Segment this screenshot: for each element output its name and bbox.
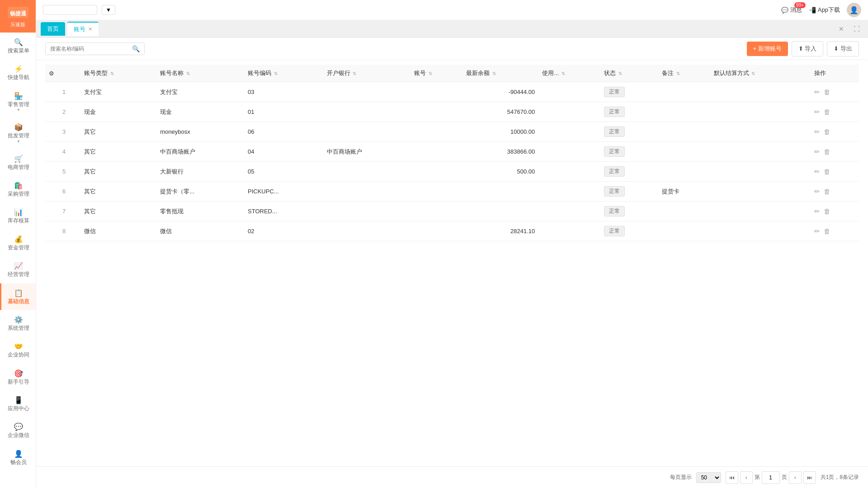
app-download-button[interactable]: 📲 App下载 <box>809 6 840 14</box>
sidebar-item-label: 批发管理 <box>8 132 29 139</box>
cell-account-type: 微信 <box>80 221 156 241</box>
search-icon[interactable]: 🔍 <box>132 45 140 52</box>
cell-account-type: 支付宝 <box>80 82 156 102</box>
tab-home[interactable]: 首页 <box>41 22 65 36</box>
sidebar-item-purchase-mgmt[interactable]: 🛍️ 采购管理 <box>0 176 36 202</box>
sidebar-item-operations-mgmt[interactable]: 📈 经营管理 <box>0 256 36 283</box>
header-search-box[interactable] <box>43 5 97 15</box>
sidebar-item-quick-nav[interactable]: ⚡ 快捷导航 <box>0 59 36 86</box>
header-search-input[interactable] <box>47 7 88 13</box>
add-account-button[interactable]: + 新增账号 <box>747 42 788 56</box>
cell-gear <box>45 162 59 182</box>
delete-button[interactable]: 🗑 <box>824 88 830 96</box>
cell-latest-balance: 547670.00 <box>462 102 538 122</box>
sidebar-item-wholesale-mgmt[interactable]: 📦 批发管理 ▼ <box>0 117 36 149</box>
sidebar-nav: 🔍 搜索菜单 ⚡ 快捷导航 🏪 零售管理 ▼ 📦 批发管理 ▼ 🛒 电商管理 🛍… <box>0 33 36 488</box>
sidebar-item-ecommerce-mgmt[interactable]: 🛒 电商管理 <box>0 149 36 176</box>
sidebar-item-app-center[interactable]: 📱 应用中心 <box>0 390 36 417</box>
sidebar-item-retail-mgmt[interactable]: 🏪 零售管理 ▼ <box>0 86 36 117</box>
cell-usage <box>538 221 600 241</box>
sidebar-item-label: 应用中心 <box>8 405 29 412</box>
status-badge: 正常 <box>604 206 625 216</box>
import-button[interactable]: ⬆ 导入 <box>792 41 824 56</box>
sidebar-item-label: 新手引导 <box>8 379 29 385</box>
cell-default-settlement <box>710 221 811 241</box>
search-input[interactable] <box>50 46 132 52</box>
cell-account-code: 01 <box>244 102 323 122</box>
search-wrap[interactable]: 🔍 <box>45 42 145 55</box>
sidebar-item-enterprise-wechat[interactable]: 💬 企业微信 <box>0 417 36 444</box>
th-account-name[interactable]: 账号名称 ⇅ <box>156 65 244 82</box>
th-gear[interactable]: ⚙ <box>45 65 59 82</box>
th-num <box>59 65 80 82</box>
th-status[interactable]: 状态 ⇅ <box>600 65 658 82</box>
cell-account-type: 其它 <box>80 142 156 162</box>
edit-button[interactable]: ✏ <box>814 188 820 196</box>
cell-action: ✏ 🗑 <box>811 82 859 102</box>
tab-accounts-close[interactable]: ✕ <box>88 26 92 32</box>
cell-default-settlement <box>710 142 811 162</box>
retail-mgmt-icon: 🏪 <box>14 92 23 100</box>
th-default-settlement[interactable]: 默认结算方式 ⇅ <box>710 65 811 82</box>
th-bank[interactable]: 开户银行 ⇅ <box>323 65 411 82</box>
cell-action: ✏ 🗑 <box>811 162 859 182</box>
export-button[interactable]: ⬇ 导出 <box>827 41 859 56</box>
total-info: 共1页，8条记录 <box>821 474 859 481</box>
sidebar-item-finance-mgmt[interactable]: 💰 资金管理 <box>0 230 36 256</box>
edit-button[interactable]: ✏ <box>814 108 820 116</box>
delete-button[interactable]: 🗑 <box>824 207 830 215</box>
member-icon: 👤 <box>14 450 23 458</box>
page-number-input[interactable] <box>762 471 780 484</box>
purchase-mgmt-icon: 🛍️ <box>14 181 23 190</box>
page-first-button[interactable]: ⏮ <box>726 471 738 484</box>
delete-button[interactable]: 🗑 <box>824 148 830 155</box>
page-prev-button[interactable]: ‹ <box>740 471 753 484</box>
status-badge: 正常 <box>604 127 625 137</box>
header-dropdown[interactable]: ▼ <box>102 5 115 15</box>
th-usage[interactable]: 使用... ⇅ <box>538 65 600 82</box>
tab-accounts[interactable]: 账号 ✕ <box>67 22 99 36</box>
edit-button[interactable]: ✏ <box>814 227 820 235</box>
delete-button[interactable]: 🗑 <box>824 188 830 195</box>
sidebar-item-sys-mgmt[interactable]: ⚙️ 系统管理 <box>0 310 36 337</box>
sidebar-item-member[interactable]: 👤 畅会员 <box>0 444 36 471</box>
cell-account-type: 其它 <box>80 182 156 202</box>
sidebar-item-search-menu[interactable]: 🔍 搜索菜单 <box>0 33 36 59</box>
cell-action: ✏ 🗑 <box>811 142 859 162</box>
delete-button[interactable]: 🗑 <box>824 128 830 136</box>
delete-button[interactable]: 🗑 <box>824 108 830 116</box>
sidebar-item-inventory[interactable]: 📊 库存核算 <box>0 202 36 229</box>
app-download-icon: 📲 <box>809 7 816 14</box>
th-latest-balance[interactable]: 最新余额 ⇅ <box>462 65 538 82</box>
edit-button[interactable]: ✏ <box>814 207 820 216</box>
sidebar-item-basic-info[interactable]: 📋 基础信息 <box>0 283 36 310</box>
page-next-button[interactable]: › <box>789 471 802 484</box>
th-account-type[interactable]: 账号类型 ⇅ <box>80 65 156 82</box>
edit-button[interactable]: ✏ <box>814 88 820 96</box>
th-account-code[interactable]: 账号编码 ⇅ <box>244 65 323 82</box>
th-remark[interactable]: 备注 ⇅ <box>658 65 710 82</box>
messages-button[interactable]: 💬 消息 99+ <box>781 6 802 14</box>
sidebar-item-new-guide[interactable]: 🎯 新手引导 <box>0 364 36 390</box>
sidebar-item-enterprise-agreement[interactable]: 🤝 企业协同 <box>0 337 36 363</box>
cell-account-name: 中百商场账户 <box>156 142 244 162</box>
tab-minimize-icon[interactable]: ✕ <box>835 23 848 34</box>
cell-account-type: 其它 <box>80 122 156 142</box>
cell-num: 3 <box>59 122 80 142</box>
delete-button[interactable]: 🗑 <box>824 227 830 235</box>
sidebar-item-label: 畅会员 <box>10 459 27 465</box>
delete-button[interactable]: 🗑 <box>824 168 830 175</box>
tab-bar: 首页 账号 ✕ ✕ ⛶ <box>36 20 868 38</box>
cell-status: 正常 <box>600 142 658 162</box>
tab-expand-icon[interactable]: ⛶ <box>850 23 863 34</box>
page-suffix-label: 页 <box>782 474 787 481</box>
user-avatar[interactable]: 👤 <box>847 3 861 17</box>
edit-button[interactable]: ✏ <box>814 148 820 156</box>
edit-button[interactable]: ✏ <box>814 168 820 176</box>
page-last-button[interactable]: ⏭ <box>803 471 816 484</box>
per-page-select[interactable]: 50 100 <box>696 472 721 483</box>
cell-account-code: PICKUPC... <box>244 182 323 202</box>
th-account-no[interactable]: 账号 ⇅ <box>410 65 462 82</box>
sys-mgmt-icon: ⚙️ <box>14 315 23 324</box>
edit-button[interactable]: ✏ <box>814 128 820 136</box>
